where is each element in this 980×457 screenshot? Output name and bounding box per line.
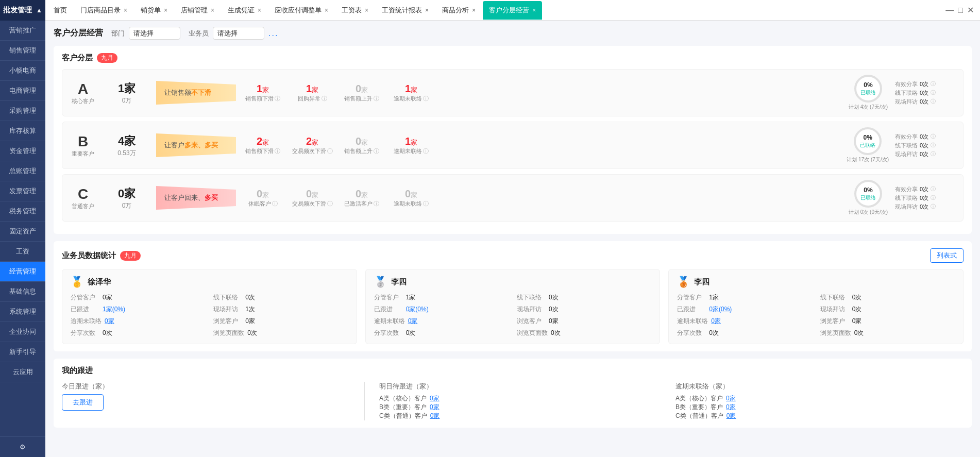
sidebar-item-yxtt[interactable]: 营销推广 <box>0 21 45 41</box>
staff-section-title: 业务员数据统计 <box>62 251 116 261</box>
stat-num: 2家 <box>306 136 318 147</box>
tab-label: 店铺管理 <box>181 6 208 15</box>
tab-销货单[interactable]: 销货单× <box>134 1 174 20</box>
sidebar-item-jcxx[interactable]: 基础信息 <box>0 282 45 302</box>
sidebar-item-fpgl[interactable]: 发票管理 <box>0 181 45 201</box>
bottom-item-val[interactable]: 0家 <box>726 403 736 412</box>
metric-label: 线下联络 <box>517 293 546 302</box>
staff-metric: 现场拜访0次 <box>517 305 651 314</box>
tab-应收应付调整单[interactable]: 应收应付调整单× <box>268 1 334 20</box>
info-icon[interactable]: ⓘ <box>423 147 429 155</box>
tier-amount: 0万 <box>122 96 132 105</box>
info-icon[interactable]: ⓘ <box>931 98 936 105</box>
info-icon[interactable]: ⓘ <box>423 200 429 208</box>
info-icon[interactable]: ⓘ <box>931 203 936 210</box>
tab-close-icon[interactable]: × <box>325 7 328 14</box>
staff-metric: 已跟进0家(0%) <box>677 305 812 314</box>
sidebar-item-xsyd[interactable]: 新手引导 <box>0 342 45 362</box>
info-icon[interactable]: ⓘ <box>327 147 333 155</box>
info-icon[interactable]: ⓘ <box>931 89 936 96</box>
tab-生成凭证[interactable]: 生成凭证× <box>222 1 267 20</box>
info-icon[interactable]: ⓘ <box>931 185 936 193</box>
staff-metric: 线下联络0次 <box>820 293 955 302</box>
info-icon[interactable]: ⓘ <box>327 200 333 208</box>
tab-close-icon[interactable]: × <box>532 7 536 14</box>
info-icon[interactable]: ⓘ <box>931 194 936 201</box>
tab-工资统计报表[interactable]: 工资统计报表× <box>376 1 435 20</box>
metric-val: 0次 <box>854 329 864 337</box>
tab-商品分析[interactable]: 商品分析× <box>436 1 482 20</box>
customer-section-badge: 九月 <box>97 53 117 63</box>
tab-客户分层经营[interactable]: 客户分层经营× <box>483 1 542 20</box>
info-icon[interactable]: ⓘ <box>322 95 327 103</box>
sidebar-item-ssgl[interactable]: 税务管理 <box>0 201 45 222</box>
metric-val[interactable]: 0家 <box>711 317 721 326</box>
close-icon[interactable]: ✕ <box>967 5 974 15</box>
dept-select[interactable]: 请选择 <box>129 27 180 40</box>
tab-close-icon[interactable]: × <box>164 7 167 14</box>
goto-followup-button[interactable]: 去跟进 <box>62 394 104 411</box>
sidebar-item-gdzy[interactable]: 固定资产 <box>0 222 45 242</box>
tab-首页[interactable]: 首页 <box>47 1 73 20</box>
sidebar-item-kche[interactable]: 库存核算 <box>0 121 45 141</box>
sidebar-item-jygl[interactable]: 经营管理 <box>0 262 45 282</box>
staff-metric: 线下联络0次 <box>517 293 651 302</box>
sidebar-item-qyxy[interactable]: 企业协同 <box>0 322 45 342</box>
metric-val[interactable]: 0家(0%) <box>406 305 429 314</box>
filter-more-icon[interactable]: ... <box>268 29 278 38</box>
settings-gear-icon[interactable]: ⚙ <box>0 436 45 457</box>
info-icon[interactable]: ⓘ <box>374 95 379 103</box>
info-icon[interactable]: ⓘ <box>423 95 429 103</box>
sidebar-toggle-icon[interactable]: ▲ <box>36 7 42 14</box>
tab-close-icon[interactable]: × <box>124 7 127 14</box>
info-icon[interactable]: ⓘ <box>272 200 278 208</box>
staff-medal-icon: 🥇 <box>71 276 83 288</box>
bottom-item-val[interactable]: 0家 <box>726 412 736 420</box>
info-icon[interactable]: ⓘ <box>931 142 936 149</box>
tab-close-icon[interactable]: × <box>365 7 368 14</box>
tab-close-icon[interactable]: × <box>211 7 214 14</box>
sidebar-item-dsgl[interactable]: 电商管理 <box>0 81 45 101</box>
metric-val[interactable]: 0家 <box>105 317 114 326</box>
info-icon[interactable]: ⓘ <box>275 147 280 155</box>
tab-close-icon[interactable]: × <box>425 7 429 14</box>
metric-val[interactable]: 1家(0%) <box>103 305 125 314</box>
tab-label: 商品分析 <box>442 6 469 15</box>
tab-close-icon[interactable]: × <box>258 7 261 14</box>
tab-close-icon[interactable]: × <box>472 7 476 14</box>
tab-店铺管理[interactable]: 店铺管理× <box>175 1 221 20</box>
sidebar-item-zjgl[interactable]: 资金管理 <box>0 141 45 161</box>
sidebar-item-xsgl[interactable]: 销售管理 <box>0 41 45 61</box>
sidebar-item-yyyx[interactable]: 云应用 <box>0 362 45 382</box>
right-stat-label: 线下联络 <box>895 142 918 149</box>
sidebar-item-xtgl[interactable]: 系统管理 <box>0 302 45 322</box>
sidebar-item-zzgl[interactable]: 总账管理 <box>0 161 45 181</box>
info-icon[interactable]: ⓘ <box>931 80 936 88</box>
info-icon[interactable]: ⓘ <box>931 150 936 158</box>
info-icon[interactable]: ⓘ <box>275 95 280 103</box>
bottom-item-val[interactable]: 0家 <box>430 394 440 403</box>
followup-title: 我的跟进 <box>62 366 93 376</box>
restore-icon[interactable]: □ <box>958 6 963 15</box>
info-icon[interactable]: ⓘ <box>374 200 379 208</box>
metric-label: 线下联络 <box>213 293 242 302</box>
list-view-button[interactable]: 列表式 <box>930 248 964 263</box>
tab-门店商品目录[interactable]: 门店商品目录× <box>74 1 133 20</box>
bottom-item-val[interactable]: 0家 <box>430 412 440 420</box>
metric-val[interactable]: 0家(0%) <box>709 305 732 314</box>
metric-label: 线下联络 <box>820 293 849 302</box>
info-icon[interactable]: ⓘ <box>374 147 379 155</box>
minimize-icon[interactable]: — <box>945 6 954 15</box>
bottom-item-val[interactable]: 0家 <box>430 403 440 412</box>
sidebar-item-cggl[interactable]: 采购管理 <box>0 101 45 121</box>
sidebar-item-xbdc[interactable]: 小畅电商 <box>0 61 45 81</box>
info-icon[interactable]: ⓘ <box>931 133 936 140</box>
stat-num: 2家 <box>257 136 269 147</box>
sidebar-item-gz[interactable]: 工资 <box>0 242 45 262</box>
tab-工资表[interactable]: 工资表× <box>335 1 375 20</box>
staff-metric: 逾期未联络0家 <box>71 317 205 326</box>
metric-val[interactable]: 0家 <box>408 317 418 326</box>
bottom-item-val[interactable]: 0家 <box>726 394 736 403</box>
tier-stats: 1家销售额下滑 ⓘ1家回购异常 ⓘ0家销售额上升 ⓘ1家逾期未联络 ⓘ <box>242 83 841 103</box>
staff-select[interactable]: 请选择 <box>213 27 264 40</box>
